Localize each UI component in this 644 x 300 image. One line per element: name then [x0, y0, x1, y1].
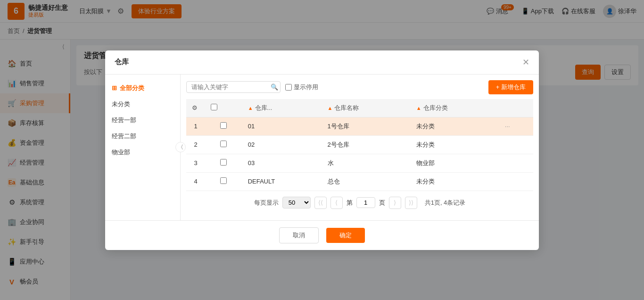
page-label-text: 第 — [347, 199, 353, 207]
table-row[interactable]: 1 01 1号仓库 未分类 ··· — [186, 117, 533, 135]
modal-body: 《 ⊞ 全部分类 未分类 经营一部 经营二部 物业部 🔍 — [105, 75, 539, 220]
row-no: 2 — [186, 135, 205, 154]
row-category: 物业部 — [411, 154, 499, 172]
table-header-row: ⚙ ▲ 仓库... ▲ — [186, 99, 533, 117]
row-actions[interactable]: ··· — [499, 117, 533, 135]
modal-overlay: 仓库 ✕ 《 ⊞ 全部分类 未分类 经营一部 经营二部 物业部 — [0, 0, 644, 300]
th-checkbox — [205, 99, 242, 117]
row-code: DEFAULT — [242, 172, 322, 191]
row-category: 未分类 — [411, 172, 499, 191]
row-cb[interactable] — [205, 172, 242, 191]
page-next-btn[interactable]: ⟩ — [389, 197, 401, 209]
row-no: 1 — [186, 117, 205, 135]
row-actions[interactable] — [499, 154, 533, 172]
show-disabled-checkbox[interactable] — [285, 84, 292, 91]
grid-icon: ⊞ — [112, 84, 117, 92]
per-page-select[interactable]: 50 100 200 — [282, 197, 311, 208]
row-actions[interactable] — [499, 172, 533, 191]
th-actions — [499, 99, 533, 117]
row-code: 02 — [242, 135, 322, 154]
page-last-btn[interactable]: ⟩⟩ — [405, 197, 417, 209]
show-disabled-label[interactable]: 显示停用 — [285, 83, 318, 92]
row-code: 03 — [242, 154, 322, 172]
th-gear: ⚙ — [186, 99, 205, 117]
th-name[interactable]: ▲ 仓库名称 — [322, 99, 411, 117]
category-all-item[interactable]: ⊞ 全部分类 — [105, 80, 180, 96]
table-toolbar: 🔍 显示停用 + 新增仓库 — [186, 80, 533, 94]
row-cb[interactable] — [205, 154, 242, 172]
row-category: 未分类 — [411, 135, 499, 154]
page-first-btn[interactable]: ⟨⟨ — [314, 197, 327, 209]
search-input[interactable] — [191, 83, 271, 91]
modal-header: 仓库 ✕ — [105, 50, 539, 75]
row-category: 未分类 — [411, 117, 499, 135]
per-page-label: 每页显示 — [254, 199, 279, 207]
category-item-ops1[interactable]: 经营一部 — [105, 112, 180, 128]
row-cb[interactable] — [205, 117, 242, 135]
action-dots-icon[interactable]: ··· — [505, 123, 510, 130]
sort-up-icon-name: ▲ — [328, 105, 333, 111]
th-category[interactable]: ▲ 仓库分类 — [411, 99, 499, 117]
page-info-text: 共1页, 4条记录 — [425, 199, 466, 207]
cancel-button[interactable]: 取消 — [279, 227, 319, 243]
th-code[interactable]: ▲ 仓库... — [242, 99, 322, 117]
warehouse-modal: 仓库 ✕ 《 ⊞ 全部分类 未分类 经营一部 经营二部 物业部 — [105, 50, 539, 250]
modal-title: 仓库 — [115, 58, 129, 67]
page-input[interactable] — [356, 197, 375, 208]
row-cb[interactable] — [205, 135, 242, 154]
select-all-checkbox[interactable] — [211, 104, 217, 110]
pagination: 每页显示 50 100 200 ⟨⟨ ⟨ 第 页 ⟩ ⟩⟩ 共1页, 4条记录 — [186, 191, 533, 215]
table-area: 🔍 显示停用 + 新增仓库 ⚙ — [181, 75, 539, 220]
new-warehouse-btn[interactable]: + 新增仓库 — [488, 80, 533, 94]
search-icon: 🔍 — [271, 83, 278, 91]
row-no: 3 — [186, 154, 205, 172]
page-prev-btn[interactable]: ⟨ — [330, 197, 343, 209]
sort-up-icon-cat: ▲ — [416, 105, 421, 111]
category-item-unclassified[interactable]: 未分类 — [105, 96, 180, 112]
category-item-ops2[interactable]: 经营二部 — [105, 128, 180, 144]
row-name: 1号仓库 — [322, 117, 411, 135]
table-row[interactable]: 2 02 2号仓库 未分类 — [186, 135, 533, 154]
row-name: 水 — [322, 154, 411, 172]
table-row[interactable]: 3 03 水 物业部 — [186, 154, 533, 172]
row-actions[interactable] — [499, 135, 533, 154]
row-name: 2号仓库 — [322, 135, 411, 154]
modal-footer: 取消 确定 — [105, 220, 539, 250]
cat-collapse-btn[interactable]: 《 — [175, 142, 186, 152]
sort-up-icon: ▲ — [248, 105, 253, 111]
page-unit-text: 页 — [379, 199, 385, 207]
category-item-property[interactable]: 物业部 — [105, 144, 180, 160]
warehouse-table: ⚙ ▲ 仓库... ▲ — [186, 99, 533, 191]
modal-close-btn[interactable]: ✕ — [522, 57, 529, 67]
row-no: 4 — [186, 172, 205, 191]
category-sidebar: 《 ⊞ 全部分类 未分类 经营一部 经营二部 物业部 — [105, 75, 181, 220]
row-name: 总仓 — [322, 172, 411, 191]
table-row[interactable]: 4 DEFAULT 总仓 未分类 — [186, 172, 533, 191]
row-code: 01 — [242, 117, 322, 135]
search-box: 🔍 — [186, 81, 281, 93]
confirm-button[interactable]: 确定 — [326, 228, 365, 243]
